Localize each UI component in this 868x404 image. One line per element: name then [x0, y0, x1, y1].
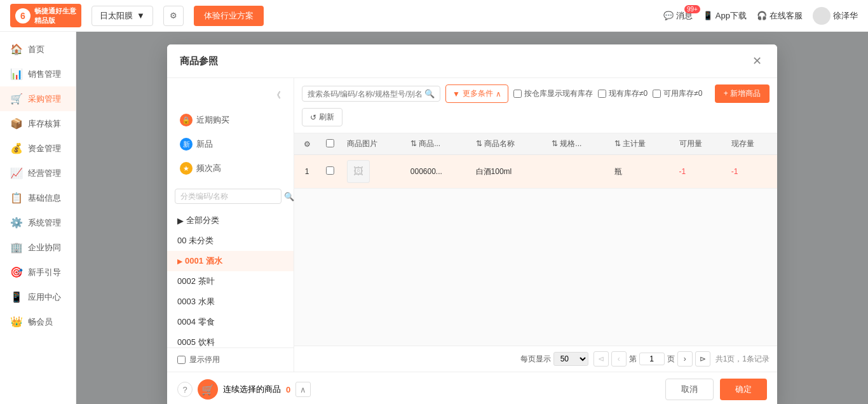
recent-purchase-item[interactable]: 🔒 近期购买	[175, 110, 286, 130]
messages-button[interactable]: 💬 消息 99+	[663, 10, 693, 22]
th-code[interactable]: ⇅ 商品...	[404, 133, 470, 155]
category-search-input[interactable]	[175, 189, 281, 204]
sidebar-label: 系统管理	[28, 217, 61, 229]
sidebar-item-purchase[interactable]: 🛒 采购管理	[0, 86, 76, 111]
sidebar-item-sales[interactable]: 📊 销售管理	[0, 62, 76, 86]
headset-icon: 🎧	[757, 11, 767, 20]
money-icon: 💰	[10, 142, 23, 154]
page-word: 第	[629, 354, 637, 365]
select-all-checkbox[interactable]	[326, 139, 334, 147]
cancel-button[interactable]: 取消	[665, 379, 714, 400]
service-button[interactable]: 🎧 在线客服	[757, 10, 803, 22]
main-layout: 🏠 首页 📊 销售管理 🛒 采购管理 📦 库存核算 💰 资金管理 📈 经营管理 …	[0, 32, 868, 404]
per-page-select[interactable]: 50 10 20 100	[553, 352, 588, 366]
cog-icon: ⚙️	[10, 217, 23, 229]
available-nonzero-checkbox[interactable]	[653, 90, 661, 98]
crown-icon: 👑	[10, 316, 23, 328]
selected-label: 连续选择的商品	[223, 384, 281, 395]
next-page-button[interactable]: ›	[677, 351, 693, 367]
confirm-button[interactable]: 确定	[720, 379, 767, 400]
product-search-input[interactable]	[308, 90, 422, 98]
modal-close-button[interactable]: ✕	[749, 53, 764, 69]
th-select-all[interactable]	[320, 133, 341, 155]
sidebar-item-enterprise[interactable]: 🏢 企业协同	[0, 235, 76, 260]
th-name[interactable]: ⇅ 商品名称	[470, 133, 545, 155]
sidebar-label: 新手引导	[28, 267, 61, 278]
trial-button[interactable]: 体验行业方案	[194, 6, 264, 26]
category-item-0003[interactable]: 0003 水果	[167, 292, 294, 312]
new-icon: 新	[180, 138, 193, 151]
category-item-0005[interactable]: 0005 饮料	[167, 332, 294, 347]
avatar	[813, 7, 831, 25]
sidebar-label: 销售管理	[28, 69, 61, 80]
th-available: 可用量	[673, 133, 725, 155]
table-row[interactable]: 1 🖼 000600... 白酒100ml 瓶	[294, 155, 777, 189]
message-badge: 99+	[684, 5, 700, 13]
last-page-button[interactable]: ⊳	[695, 351, 710, 367]
prev-page-button[interactable]: ‹	[611, 351, 627, 367]
modal-header: 商品参照 ✕	[167, 44, 777, 78]
app-download-button[interactable]: 📱 App下载	[703, 10, 747, 22]
available-nonzero-filter[interactable]: 可用库存≠0	[653, 88, 702, 99]
left-panel: 《 🔒 近期购买 新 新品 ★	[167, 78, 294, 372]
page-number-input[interactable]	[639, 353, 665, 365]
product-toolbar: 🔍 ▼ 更多条件 ∧ 按仓库显示现有库存	[294, 78, 777, 133]
row-checkbox[interactable]	[326, 166, 334, 175]
refresh-button[interactable]: ↺ 刷新	[302, 108, 342, 126]
frequent-item[interactable]: ★ 频次高	[175, 158, 286, 178]
expand-icon: ▶	[177, 216, 184, 226]
pagination-bar: 每页显示 50 10 20 100 ⊲ ‹	[294, 346, 777, 372]
category-item-0002[interactable]: 0002 茶叶	[167, 271, 294, 292]
sidebar-item-guide[interactable]: 🎯 新手引导	[0, 260, 76, 285]
add-product-button[interactable]: + 新增商品	[715, 84, 770, 103]
sidebar-item-home[interactable]: 🏠 首页	[0, 37, 76, 62]
th-unit[interactable]: ⇅ 主计量	[608, 133, 673, 155]
first-page-button[interactable]: ⊲	[593, 351, 609, 367]
td-unit: 瓶	[608, 155, 673, 189]
category-item-0004[interactable]: 0004 零食	[167, 312, 294, 332]
sidebar-item-operation[interactable]: 📈 经营管理	[0, 161, 76, 185]
product-thumbnail: 🖼	[347, 160, 370, 183]
footer-right: 取消 确定	[665, 379, 767, 400]
collapse-footer-button[interactable]: ∧	[295, 382, 311, 397]
new-product-item[interactable]: 新 新品	[175, 134, 286, 154]
th-spec[interactable]: ⇅ 规格...	[545, 133, 608, 155]
search-icon[interactable]: 🔍	[284, 192, 294, 201]
sidebar-label: 企业协同	[28, 242, 61, 253]
sidebar-item-stock[interactable]: 📦 库存核算	[0, 111, 76, 136]
category-item-00[interactable]: 00 未分类	[167, 231, 294, 251]
stock-nonzero-filter[interactable]: 现有库存≠0	[598, 88, 648, 99]
collapse-panel-button[interactable]: 《	[270, 87, 283, 104]
cart-button[interactable]: 🛒	[198, 379, 218, 400]
sidebar-item-finance[interactable]: 💰 资金管理	[0, 136, 76, 161]
warehouse-stock-filter[interactable]: 按仓库显示现有库存	[513, 88, 593, 99]
warehouse-checkbox[interactable]	[513, 90, 522, 98]
category-item-all[interactable]: ▶ 全部分类	[167, 210, 294, 231]
stock-nonzero-checkbox[interactable]	[598, 90, 606, 98]
td-checkbox[interactable]	[320, 155, 341, 189]
show-disabled-checkbox[interactable]	[177, 356, 186, 364]
sidebar-item-basic[interactable]: 📋 基础信息	[0, 185, 76, 210]
show-disabled-area: 显示停用	[167, 347, 294, 372]
logo-text: 畅捷通好生意 精品版	[34, 6, 76, 25]
td-num: 1	[294, 155, 320, 189]
building-icon: 🏢	[10, 241, 23, 253]
help-button[interactable]: ?	[177, 382, 193, 397]
active-arrow-icon: ▶	[177, 258, 182, 265]
td-name: 白酒100ml	[470, 155, 545, 189]
th-settings[interactable]: ⚙	[294, 133, 320, 155]
chevron-up-icon: ∧	[496, 90, 501, 98]
store-selector[interactable]: 日太阳膜 ▼	[92, 6, 153, 26]
doc-icon: 📋	[10, 192, 23, 204]
sidebar-item-appcenter[interactable]: 📱 应用中心	[0, 285, 76, 309]
right-panel: 🔍 ▼ 更多条件 ∧ 按仓库显示现有库存	[294, 78, 777, 372]
search-icon[interactable]: 🔍	[424, 89, 435, 98]
sidebar-item-system[interactable]: ⚙️ 系统管理	[0, 210, 76, 235]
user-profile[interactable]: 徐泽华	[813, 7, 858, 25]
box-icon: 📦	[10, 118, 23, 130]
settings-button[interactable]: ⚙	[163, 6, 184, 26]
sidebar-item-member[interactable]: 👑 畅会员	[0, 309, 76, 334]
category-item-0001[interactable]: ▶ 0001 酒水	[167, 251, 294, 271]
more-filter-button[interactable]: ▼ 更多条件 ∧	[445, 84, 508, 103]
modal-overlay: 商品参照 ✕ 《 🔒 近期购买	[76, 32, 868, 404]
